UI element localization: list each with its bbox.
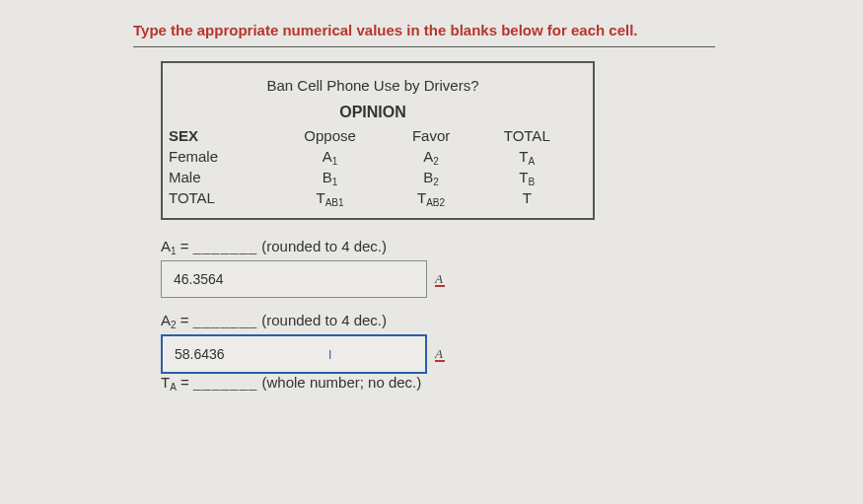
answer-a1-input[interactable] — [161, 260, 427, 298]
table-title: Ban Cell Phone Use by Drivers? — [167, 77, 579, 94]
data-table: SEX Oppose Favor TOTAL Female A1 A2 TA M… — [167, 125, 579, 208]
cell-a1: A1 — [272, 146, 387, 167]
input-row-a2: A — [161, 334, 824, 374]
sex-header: SEX — [167, 125, 272, 146]
cell-ta: TA — [475, 146, 579, 167]
cell-tb: TB — [475, 167, 579, 187]
cell-b2: B2 — [388, 167, 475, 187]
label-total: TOTAL — [167, 187, 272, 208]
question-ta: TA = _______ (whole number; no dec.) — [161, 374, 824, 391]
header-row: SEX Oppose Favor TOTAL — [167, 125, 579, 146]
label-female: Female — [167, 146, 272, 167]
row-total: TOTAL TAB1 TAB2 T — [167, 187, 579, 208]
cell-b1: B1 — [272, 167, 387, 187]
cell-a2: A2 — [388, 146, 475, 167]
row-female: Female A1 A2 TA — [167, 146, 579, 167]
cell-tab2: TAB2 — [388, 187, 475, 208]
col-oppose: Oppose — [272, 125, 387, 146]
opinion-header: OPINION — [167, 104, 579, 121]
instruction-text: Type the appropriate numerical values in… — [133, 22, 824, 38]
col-favor: Favor — [388, 125, 475, 146]
spellcheck-icon[interactable]: A — [435, 346, 445, 362]
cell-t: T — [475, 187, 579, 208]
divider — [133, 46, 715, 47]
col-total: TOTAL — [475, 125, 579, 146]
label-male: Male — [167, 167, 272, 187]
cell-tab1: TAB1 — [272, 187, 387, 208]
question-a1: A1 = _______ (rounded to 4 dec.) — [161, 238, 824, 254]
question-a2: A2 = _______ (rounded to 4 dec.) — [161, 312, 824, 328]
row-male: Male B1 B2 TB — [167, 167, 579, 187]
answer-a2-input[interactable] — [161, 334, 427, 374]
input-row-a1: A — [161, 260, 824, 298]
contingency-table: Ban Cell Phone Use by Drivers? OPINION S… — [161, 61, 595, 220]
spellcheck-icon[interactable]: A — [435, 271, 445, 287]
worksheet-page: Type the appropriate numerical values in… — [0, 0, 863, 391]
